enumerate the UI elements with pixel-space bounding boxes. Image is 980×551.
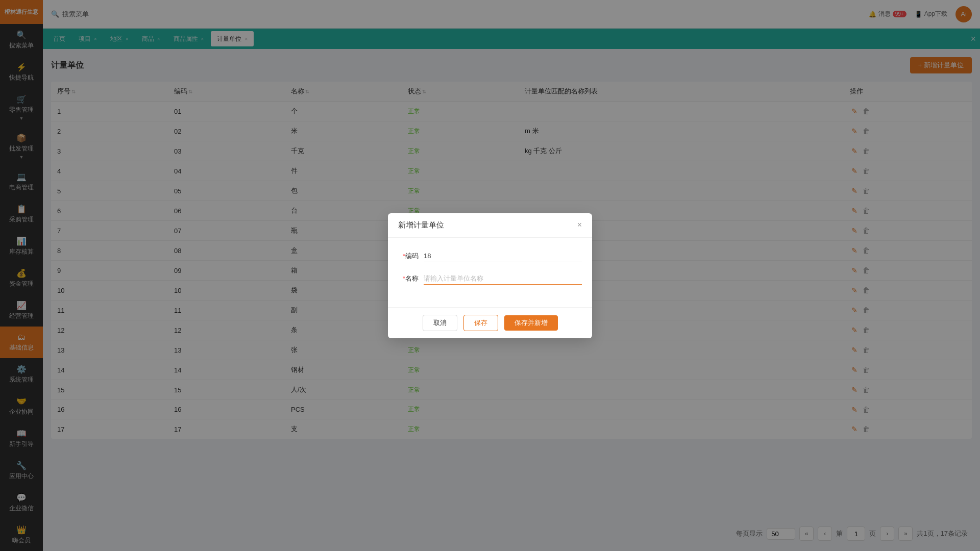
save-button[interactable]: 保存 [463,315,498,331]
modal-title: 新增计量单位 [398,220,444,230]
modal-header: 新增计量单位 × [388,213,592,238]
modal-close-button[interactable]: × [577,220,582,230]
name-input[interactable] [424,272,582,285]
name-label: *名称 [398,274,419,283]
code-input[interactable] [424,250,582,262]
modal-body: *编码 *名称 [388,238,592,307]
modal-footer: 取消 保存 保存并新增 [388,307,592,338]
cancel-button[interactable]: 取消 [423,315,457,331]
add-unit-modal: 新增计量单位 × *编码 *名称 取消 保存 保存并新增 [388,213,592,338]
save-new-button[interactable]: 保存并新增 [504,315,558,331]
name-form-row: *名称 [398,272,582,285]
code-form-row: *编码 [398,250,582,262]
code-label: *编码 [398,252,419,261]
modal-overlay[interactable]: 新增计量单位 × *编码 *名称 取消 保存 保存并新增 [0,0,980,551]
